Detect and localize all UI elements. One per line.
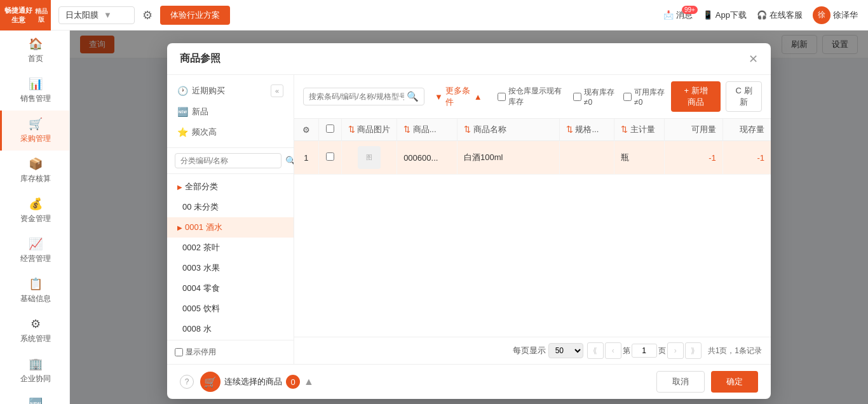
action-btns: + 新增商品 C 刷新: [671, 81, 762, 112]
filter-icon: ▼: [435, 92, 443, 102]
sidebar-item-operation[interactable]: 📈 经营管理: [0, 231, 69, 271]
th-settings: ⚙: [294, 119, 318, 141]
category-tea[interactable]: 0002 茶叶: [167, 238, 294, 258]
cart-count: 0: [286, 375, 300, 389]
help-icon[interactable]: ?: [180, 375, 194, 389]
sort-icon-unit: ⇅: [621, 125, 628, 134]
add-product-btn[interactable]: + 新增商品: [671, 81, 721, 112]
home-icon: 🏠: [29, 37, 43, 51]
frequent-icon: ⭐: [177, 127, 188, 137]
category-list: ▶ 全部分类 00 未分类 ▶ 0001 酒水 0002 茶: [167, 174, 294, 340]
purchase-icon: 🛒: [29, 117, 43, 131]
page-suffix-label: 页: [658, 346, 666, 356]
show-disabled-label[interactable]: 显示停用: [175, 347, 216, 358]
search-input[interactable]: [309, 92, 404, 101]
category-search-input[interactable]: [175, 153, 281, 168]
navbar: 畅捷通好生意 精品版 日太阳膜 ▼ ⚙ 体验行业方案 📩 消息 99+ 📱 Ap…: [0, 0, 868, 30]
per-page: 每页显示 10 20 50 100: [513, 343, 583, 358]
frequent-nav[interactable]: ⭐ 频次高: [167, 122, 294, 142]
sort-icon-code: ⇅: [403, 125, 410, 134]
select-all-checkbox[interactable]: [326, 125, 334, 133]
settings-icon[interactable]: ⚙: [142, 8, 153, 22]
new-product-nav[interactable]: 🆕 新品: [167, 102, 294, 122]
category-water[interactable]: 0008 水: [167, 319, 294, 339]
category-fruit[interactable]: 0003 水果: [167, 258, 294, 278]
show-stock-checkbox[interactable]: [498, 93, 506, 101]
checkbox-nonzero-stock[interactable]: 现有库存≠0: [573, 87, 616, 107]
app-download-btn[interactable]: 📱 App下载: [703, 10, 747, 21]
sidebar-item-sales[interactable]: 📊 销售管理: [0, 71, 69, 111]
modal-footer: ? 🛒 连续选择的商品 0 ▲ 取消 确定: [167, 364, 771, 399]
refresh-table-btn[interactable]: C 刷新: [726, 81, 762, 112]
checkbox-show-stock[interactable]: 按仓库显示现有库存: [498, 86, 566, 107]
last-page-btn[interactable]: ⟫: [685, 342, 702, 359]
filter-btn[interactable]: ▼ 更多条件 ▲: [430, 83, 487, 111]
sidebar-item-purchase[interactable]: 🛒 采购管理: [0, 111, 69, 151]
guide-icon: 🆕: [29, 397, 43, 404]
category-all[interactable]: ▶ 全部分类: [167, 177, 294, 197]
chevron-up-icon[interactable]: ▲: [304, 376, 314, 387]
product-table: ⚙ ⇅ 商品图片 ⇅ 商品...: [294, 119, 771, 175]
th-unit: ⇅ 主计量: [614, 119, 665, 141]
experience-btn[interactable]: 体验行业方案: [160, 6, 230, 25]
page-input[interactable]: [632, 344, 657, 358]
category-drinks[interactable]: 0005 饮料: [167, 299, 294, 319]
sidebar-item-home[interactable]: 🏠 首页: [0, 30, 69, 71]
user-avatar[interactable]: 徐 徐泽华: [813, 6, 858, 24]
per-page-select[interactable]: 10 20 50 100: [548, 343, 583, 358]
sidebar-item-finance[interactable]: 💰 资金管理: [0, 191, 69, 231]
headset-icon: 🎧: [757, 10, 767, 20]
page-total: 共1页，1条记录: [708, 346, 762, 356]
nonzero-stock-checkbox[interactable]: [573, 93, 581, 101]
page-nav: ⟪ ‹ 第 页 › ⟫: [587, 342, 702, 359]
available-checkbox[interactable]: [623, 93, 632, 101]
checkbox-group: 按仓库显示现有库存 现有库存≠0 可用库存≠0: [498, 86, 667, 107]
app-logo: 畅捷通好生意 精品版: [0, 0, 51, 30]
collapse-icon[interactable]: «: [271, 84, 283, 97]
recent-purchase-nav[interactable]: 🕐 近期购买 «: [167, 80, 294, 102]
next-page-btn[interactable]: ›: [667, 342, 684, 359]
modal-overlay: 商品参照 ✕ 🕐 近期购买 «: [70, 30, 868, 404]
store-dropdown[interactable]: 日太阳膜 ▼: [58, 6, 135, 24]
prev-page-btn[interactable]: ‹: [605, 342, 621, 359]
table-row[interactable]: 1 图 000600... 白酒100ml: [294, 141, 771, 175]
th-name: ⇅ 商品名称: [457, 119, 559, 141]
category-snack[interactable]: 0004 零食: [167, 278, 294, 299]
category-uncategorized[interactable]: 00 未分类: [167, 197, 294, 217]
modal-close-btn[interactable]: ✕: [749, 53, 758, 65]
sidebar-item-guide[interactable]: 🆕 新手引导: [0, 391, 69, 404]
modal-header: 商品参照 ✕: [167, 43, 771, 75]
first-page-btn[interactable]: ⟪: [587, 342, 604, 359]
category-liquor[interactable]: ▶ 0001 酒水: [167, 217, 294, 238]
category-search-icon[interactable]: 🔍: [285, 156, 294, 166]
sidebar-item-enterprise[interactable]: 🏢 企业协同: [0, 351, 69, 391]
cart-icon[interactable]: 🛒: [200, 372, 220, 392]
expand-icon: ▶: [177, 184, 182, 191]
sort-icon-name: ⇅: [464, 125, 471, 134]
notifications-btn[interactable]: 📩 消息 99+: [663, 10, 693, 21]
sidebar-item-system[interactable]: ⚙ 系统管理: [0, 311, 69, 351]
sidebar-item-basic[interactable]: 📋 基础信息: [0, 271, 69, 311]
cell-seq: 1: [294, 141, 318, 175]
cell-unit: 瓶: [614, 141, 665, 175]
row-checkbox[interactable]: [326, 152, 334, 161]
checkbox-available[interactable]: 可用库存≠0: [623, 87, 666, 107]
sales-icon: 📊: [29, 77, 43, 91]
page-label: 第: [623, 346, 630, 356]
th-available: 可用量: [665, 119, 723, 141]
filter-arrow-icon: ▲: [474, 92, 482, 102]
confirm-btn[interactable]: 确定: [711, 371, 758, 393]
footer-buttons: 取消 确定: [656, 371, 758, 393]
cancel-btn[interactable]: 取消: [656, 371, 705, 393]
search-icon[interactable]: 🔍: [407, 91, 419, 102]
cell-name: 白酒100ml: [457, 141, 559, 175]
th-spec: ⇅ 规格...: [559, 119, 614, 141]
search-input-wrap: 🔍: [303, 88, 424, 105]
show-disabled-checkbox[interactable]: [175, 348, 183, 356]
right-panel: 🔍 ▼ 更多条件 ▲ 按仓库显示现有库存: [294, 75, 771, 364]
sidebar-item-inventory[interactable]: 📦 库存核算: [0, 151, 69, 191]
online-service-btn[interactable]: 🎧 在线客服: [757, 10, 803, 21]
bell-icon: 📩: [663, 10, 674, 20]
cell-check[interactable]: [318, 141, 341, 175]
navbar-right: 📩 消息 99+ 📱 App下载 🎧 在线客服 徐 徐泽华: [663, 6, 858, 24]
